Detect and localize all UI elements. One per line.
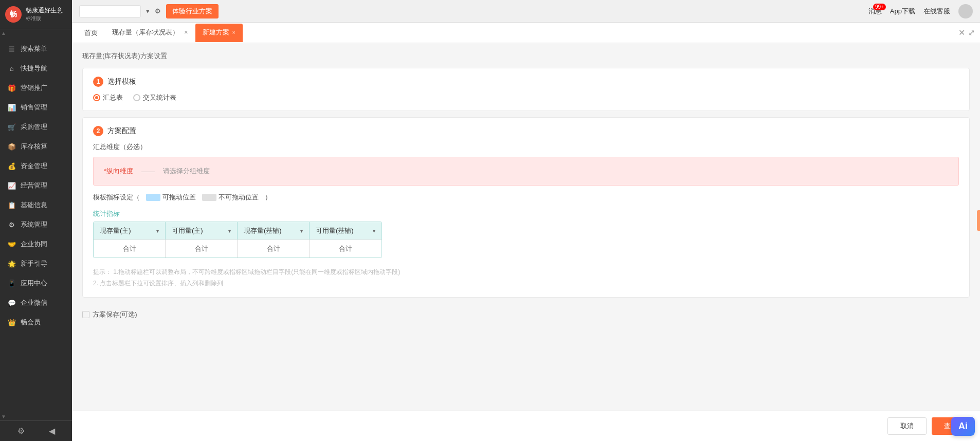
app-download-link[interactable]: App下载 xyxy=(890,7,915,16)
tip-1: 提示： 1.拖动标题栏可以调整布局，不可跨维度或指标区域拖动栏目字段(只能在同一… xyxy=(93,267,959,278)
sidebar-item-finance[interactable]: 💰 资金管理 xyxy=(0,156,72,176)
topbar-messages[interactable]: 消息 99+ xyxy=(868,7,882,16)
finance-icon: 💰 xyxy=(7,162,16,170)
indicator-row: 模板指标设定（ 可拖动位置 不可拖动位置 ） xyxy=(93,193,959,202)
draggable-tag: 可拖动位置 xyxy=(146,193,196,202)
chart-icon: 📊 xyxy=(7,104,16,112)
save-option-label: 方案保存(可选) xyxy=(93,310,137,319)
stats-header-col-0[interactable]: 现存量(主) ▾ xyxy=(94,222,166,240)
sidebar-bottom: ⚙ ◀ xyxy=(0,420,72,441)
tip-2: 2. 点击标题栏下拉可设置排序、插入列和删除列 xyxy=(93,278,959,289)
stats-data-row: 合计 合计 合计 合计 xyxy=(94,240,382,258)
save-option-row: 方案保存(可选) xyxy=(82,304,970,325)
chevron-down-col1-icon: ▾ xyxy=(228,228,231,234)
sidebar-item-basic-info[interactable]: 📋 基础信息 xyxy=(0,195,72,215)
online-service-link[interactable]: 在线客服 xyxy=(923,7,950,16)
sidebar-item-marketing[interactable]: 🎁 营销推广 xyxy=(0,78,72,98)
sidebar-item-newbie[interactable]: 🌟 新手引导 xyxy=(0,254,72,273)
radio-circle-summary xyxy=(93,94,100,101)
gift-icon: 🎁 xyxy=(7,84,16,92)
draggable-color-box xyxy=(146,194,160,201)
chevron-down-col3-icon: ▾ xyxy=(373,228,375,234)
logo-icon: 畅 xyxy=(5,6,22,23)
search-menu-icon: ☰ xyxy=(7,45,16,53)
wechat-icon: 💬 xyxy=(7,299,16,307)
indicator-label-suffix: ） xyxy=(265,193,271,202)
sidebar-item-system[interactable]: ⚙ 系统管理 xyxy=(0,215,72,234)
vertical-dimension-dash: —— xyxy=(141,168,155,175)
operations-icon: 📈 xyxy=(7,182,16,190)
tab-inventory-status[interactable]: 现存量（库存状况表） × xyxy=(105,24,195,42)
home-icon: ⌂ xyxy=(7,65,16,72)
app-center-icon: 📱 xyxy=(7,280,16,287)
cancel-button[interactable]: 取消 xyxy=(887,417,927,435)
stats-label: 统计指标 xyxy=(93,209,959,218)
sidebar-scroll-down[interactable]: ▼ xyxy=(0,413,72,420)
sidebar-item-inventory[interactable]: 📦 库存核算 xyxy=(0,137,72,156)
chevron-down-col0-icon: ▾ xyxy=(156,228,159,234)
basic-info-icon: 📋 xyxy=(7,201,16,209)
sidebar-item-cooperation[interactable]: 🤝 企业协同 xyxy=(0,234,72,254)
collapse-icon[interactable]: ◀ xyxy=(49,426,55,436)
topbar-search-input[interactable] xyxy=(79,5,141,17)
radio-circle-crosstab xyxy=(133,94,140,101)
close-panel-btn[interactable]: ✕ xyxy=(958,28,965,38)
tab-new-scheme[interactable]: 新建方案 × xyxy=(195,24,243,42)
step1-card: 1 选择模板 汇总表 交叉统计表 xyxy=(82,68,970,111)
page-title: 现存量(库存状况表)方案设置 xyxy=(82,51,970,61)
stats-header-col-3[interactable]: 可用量(基辅) ▾ xyxy=(310,222,382,240)
stats-header-col-2[interactable]: 现存量(基辅) ▾ xyxy=(238,222,310,240)
sidebar-logo: 畅 畅康通好生意 标准版 xyxy=(0,0,72,29)
experience-btn[interactable]: 体验行业方案 xyxy=(166,4,219,19)
sidebar-item-search-menu[interactable]: ☰ 搜索菜单 xyxy=(0,39,72,59)
sidebar-item-sales[interactable]: 📊 销售管理 xyxy=(0,98,72,117)
sidebar-item-member[interactable]: 👑 畅会员 xyxy=(0,313,72,332)
cooperation-icon: 🤝 xyxy=(7,241,16,248)
sidebar-item-quick-nav[interactable]: ⌂ 快捷导航 xyxy=(0,59,72,78)
sidebar-item-wechat[interactable]: 💬 企业微信 xyxy=(0,293,72,313)
save-option-checkbox[interactable] xyxy=(82,311,89,318)
expand-panel-btn[interactable]: ⤢ xyxy=(968,28,975,38)
dimension-row[interactable]: *纵向维度 —— 请选择分组维度 xyxy=(93,157,959,186)
settings-icon[interactable]: ⚙ xyxy=(17,426,25,436)
sidebar-scroll-up[interactable]: ▲ xyxy=(0,29,72,37)
stats-header-col-1[interactable]: 可用量(主) ▾ xyxy=(166,222,238,240)
topbar: ▾ ⚙ 体验行业方案 消息 99+ App下载 在线客服 xyxy=(72,0,980,23)
right-edge-hint xyxy=(977,210,980,231)
stats-table: 现存量(主) ▾ 可用量(主) ▾ 现存量(基辅) ▾ 可用量(基辅) ▾ xyxy=(93,222,382,258)
radio-crosstab[interactable]: 交叉统计表 xyxy=(133,93,176,102)
step1-title: 选择模板 xyxy=(107,77,136,86)
member-icon: 👑 xyxy=(7,319,16,326)
draggable-label: 可拖动位置 xyxy=(162,193,196,202)
step1-header: 1 选择模板 xyxy=(93,77,959,87)
summary-dimension-label: 汇总维度（必选） xyxy=(93,142,959,152)
inventory-icon: 📦 xyxy=(7,143,16,151)
sidebar-item-operations[interactable]: 📈 经营管理 xyxy=(0,176,72,195)
sidebar-nav: ☰ 搜索菜单 ⌂ 快捷导航 🎁 营销推广 📊 销售管理 🛒 采购管理 📦 库存核… xyxy=(0,37,72,413)
sidebar-item-app-center[interactable]: 📱 应用中心 xyxy=(0,273,72,293)
close-new-scheme-tab-icon[interactable]: × xyxy=(232,29,235,35)
radio-dot-summary xyxy=(95,96,98,99)
close-inventory-tab-icon[interactable]: × xyxy=(184,28,188,36)
stats-data-col-2: 合计 xyxy=(238,240,310,258)
footer: 取消 查询 xyxy=(72,411,980,441)
newbie-icon: 🌟 xyxy=(7,260,16,268)
radio-summary[interactable]: 汇总表 xyxy=(93,93,123,102)
non-draggable-label: 不可拖动位置 xyxy=(219,193,259,202)
indicator-label-prefix: 模板指标设定（ xyxy=(93,193,140,202)
dropdown-icon[interactable]: ▾ xyxy=(146,7,150,15)
step2-card: 2 方案配置 汇总维度（必选） *纵向维度 —— 请选择分组维度 模板指标设定（… xyxy=(82,117,970,298)
vertical-dimension-required: *纵向维度 xyxy=(104,167,133,176)
step2-title: 方案配置 xyxy=(107,126,136,136)
sidebar-item-purchase[interactable]: 🛒 采购管理 xyxy=(0,117,72,137)
topbar-gear-icon[interactable]: ⚙ xyxy=(155,7,161,15)
ai-badge[interactable]: Ai xyxy=(951,417,975,436)
stats-data-col-3: 合计 xyxy=(310,240,382,258)
tips-section: 提示： 1.拖动标题栏可以调整布局，不可跨维度或指标区域拖动栏目字段(只能在同一… xyxy=(93,267,959,289)
user-avatar[interactable] xyxy=(958,4,973,19)
message-badge: 99+ xyxy=(873,4,886,10)
tab-home[interactable]: 首页 xyxy=(77,24,105,42)
vertical-dimension-placeholder: 请选择分组维度 xyxy=(163,167,210,176)
template-radio-group: 汇总表 交叉统计表 xyxy=(93,93,959,102)
main-area: ▾ ⚙ 体验行业方案 消息 99+ App下载 在线客服 首页 现存量（库存状况… xyxy=(72,0,980,441)
